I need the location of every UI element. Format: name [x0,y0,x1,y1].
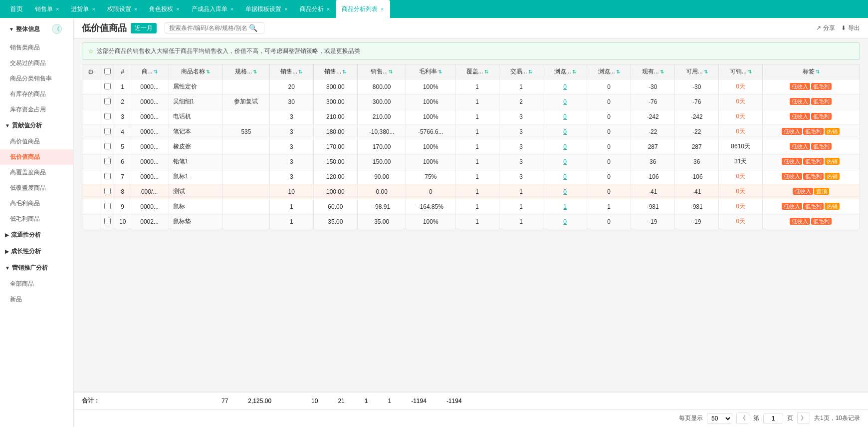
cell-checkbox[interactable] [100,154,115,169]
time-tag-btn[interactable]: 近一月 [131,23,157,33]
select-all-checkbox[interactable] [104,68,111,74]
col-sales-amount[interactable]: 销售...⇅ [357,64,406,79]
per-page-select[interactable]: 50 100 200 [707,413,732,424]
nav-analysis[interactable]: 商品分析 × [294,0,336,18]
next-page-btn[interactable]: 》 [797,413,810,424]
cell-browse1[interactable]: 0 [543,79,587,94]
share-btn[interactable]: ↗ 分享 [816,24,835,32]
row-checkbox[interactable] [104,113,111,119]
nav-warehouse-close[interactable]: × [230,6,233,12]
cell-browse1[interactable]: 1 [543,199,587,214]
row-checkbox[interactable] [104,98,111,104]
browse1-link[interactable]: 1 [563,203,567,210]
nav-templates-close[interactable]: × [284,6,287,12]
row-checkbox[interactable] [104,83,111,89]
page-number-input[interactable] [763,414,783,424]
sidebar-group-marketing[interactable]: ▼ 营销推广分析 [0,260,73,276]
col-available[interactable]: 可用...⇅ [675,64,719,79]
browse1-link[interactable]: 0 [563,83,567,90]
sidebar-item-high-value[interactable]: 高价值商品 [0,134,73,149]
col-spec[interactable]: 规格...⇅ [223,64,270,79]
first-page-btn[interactable]: 《 [736,413,749,424]
row-checkbox[interactable] [104,158,111,164]
browse1-link[interactable]: 0 [563,158,567,165]
cell-checkbox[interactable] [100,214,115,229]
browse1-link[interactable]: 0 [563,128,567,135]
browse1-link[interactable]: 0 [563,173,567,180]
cell-browse1[interactable]: 0 [543,184,587,199]
sidebar-item-traded-goods[interactable]: 交易过的商品 [0,55,73,71]
export-btn[interactable]: ⬇ 导出 [841,24,860,32]
col-coverage[interactable]: 覆盖...⇅ [455,64,499,79]
cell-checkbox[interactable] [100,184,115,199]
sidebar-item-low-margin[interactable]: 低毛利商品 [0,211,73,227]
sidebar-item-high-margin[interactable]: 高毛利商品 [0,196,73,211]
browse1-link[interactable]: 0 [563,113,567,120]
nav-templates[interactable]: 单据模板设置 × [239,0,293,18]
cell-checkbox[interactable] [100,124,115,139]
sidebar-group-flow[interactable]: ▶ 流通性分析 [0,227,73,243]
browse1-link[interactable]: 0 [563,218,567,225]
sidebar-item-stock-goods[interactable]: 有库存的商品 [0,86,73,102]
nav-home[interactable]: 首页 [4,0,29,18]
sidebar-group-growth[interactable]: ▶ 成长性分析 [0,243,73,260]
cell-browse1[interactable]: 0 [543,109,587,124]
nav-roles[interactable]: 角色授权 × [143,0,185,18]
cell-browse1[interactable]: 0 [543,124,587,139]
row-checkbox[interactable] [104,218,111,224]
sidebar-item-all-goods[interactable]: 全部商品 [0,276,73,292]
cell-browse1[interactable]: 0 [543,139,587,154]
cell-checkbox[interactable] [100,139,115,154]
cell-browse1[interactable]: 0 [543,214,587,229]
sidebar-item-high-coverage[interactable]: 高覆盖度商品 [0,165,73,180]
nav-roles-close[interactable]: × [176,6,179,12]
cell-browse1[interactable]: 0 [543,94,587,109]
col-name[interactable]: 商品名称⇅ [169,64,222,79]
sidebar-item-new-goods[interactable]: 新品 [0,292,73,307]
cell-checkbox[interactable] [100,109,115,124]
col-gross-rate[interactable]: 毛利率⇅ [406,64,455,79]
cell-checkbox[interactable] [100,169,115,184]
row-checkbox[interactable] [104,128,111,134]
sidebar-collapse-btn[interactable]: 《 [52,24,62,34]
nav-purchase[interactable]: 进货单 × [65,0,101,18]
browse1-link[interactable]: 0 [563,188,567,195]
col-transaction[interactable]: 交易...⇅ [499,64,543,79]
sidebar-item-sales-goods[interactable]: 销售类商品 [0,40,73,55]
nav-analysis-list-close[interactable]: × [381,6,384,12]
browse1-link[interactable]: 0 [563,143,567,150]
nav-analysis-close[interactable]: × [327,6,330,12]
search-icon[interactable]: 🔍 [249,24,257,32]
row-checkbox[interactable] [104,173,111,179]
col-current[interactable]: 现有...⇅ [631,64,675,79]
nav-sales[interactable]: 销售单 × [29,0,65,18]
cell-checkbox[interactable] [100,79,115,94]
col-settings[interactable]: ⚙ [82,64,100,79]
cell-checkbox[interactable] [100,94,115,109]
col-sales-price[interactable]: 销售...⇅ [313,64,357,79]
sidebar-item-category-rate[interactable]: 商品分类销售率 [0,71,73,86]
nav-purchase-close[interactable]: × [92,6,95,12]
row-checkbox[interactable] [104,203,111,209]
row-checkbox[interactable] [104,143,111,149]
nav-permissions-close[interactable]: × [134,6,137,12]
cell-checkbox[interactable] [100,199,115,214]
cell-browse1[interactable]: 0 [543,169,587,184]
col-checkbox[interactable] [100,64,115,79]
col-sales-qty[interactable]: 销售...⇅ [269,64,313,79]
sidebar-group-overall[interactable]: ▼ 整体信息 [4,21,45,37]
nav-permissions[interactable]: 权限设置 × [101,0,143,18]
sidebar-group-contribution[interactable]: ▼ 贡献值分析 [0,117,73,134]
nav-warehouse[interactable]: 产成品入库单 × [186,0,239,18]
sidebar-item-low-value[interactable]: 低价值商品 [0,149,73,165]
nav-analysis-list[interactable]: 商品分析列表 × [336,0,390,18]
sidebar-item-stock-capital[interactable]: 库存资金占用 [0,102,73,117]
browse1-link[interactable]: 0 [563,98,567,105]
row-checkbox[interactable] [104,188,111,194]
cell-browse1[interactable]: 0 [543,154,587,169]
col-tags[interactable]: 标签⇅ [763,64,860,79]
nav-sales-close[interactable]: × [56,6,59,12]
search-input[interactable] [169,24,249,31]
sidebar-item-low-coverage[interactable]: 低覆盖度商品 [0,180,73,196]
settings-icon[interactable]: ⚙ [88,68,94,76]
